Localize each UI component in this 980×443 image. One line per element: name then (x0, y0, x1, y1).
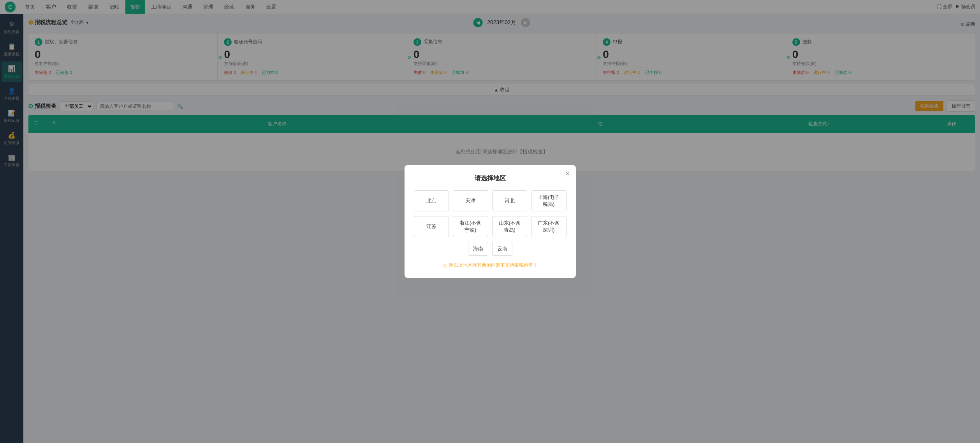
region-shanghai[interactable]: 上海(电子税局) (531, 190, 567, 211)
region-yunnan[interactable]: 云南 (492, 242, 512, 256)
region-shandong[interactable]: 山东(不含青岛) (492, 216, 528, 237)
region-dialog: × 请选择地区 北京 天津 河北 上海(电子税局) 江苏 浙江(不含宁波) 山东… (405, 165, 576, 278)
region-jiangsu[interactable]: 江苏 (414, 216, 449, 237)
region-row-2: 江苏 浙江(不含宁波) 山东(不含青岛) 广东(不含深圳) (414, 216, 567, 237)
region-beijing[interactable]: 北京 (414, 190, 449, 211)
dialog-close-button[interactable]: × (565, 170, 570, 178)
region-row-1: 北京 天津 河北 上海(电子税局) (414, 190, 567, 211)
region-hebei[interactable]: 河北 (492, 190, 528, 211)
region-notice: ⚠ 除以上地区外其他地区暂不支持报税检查！ (414, 262, 567, 269)
region-guangdong[interactable]: 广东(不含深圳) (531, 216, 567, 237)
region-hainan[interactable]: 海南 (468, 242, 488, 256)
region-tianjin[interactable]: 天津 (453, 190, 488, 211)
modal-overlay[interactable]: × 请选择地区 北京 天津 河北 上海(电子税局) 江苏 浙江(不含宁波) 山东… (0, 0, 980, 443)
region-row-3: 海南 云南 (414, 242, 567, 256)
region-zhejiang[interactable]: 浙江(不含宁波) (453, 216, 488, 237)
notice-icon: ⚠ (442, 262, 447, 269)
dialog-title: 请选择地区 (414, 174, 567, 183)
